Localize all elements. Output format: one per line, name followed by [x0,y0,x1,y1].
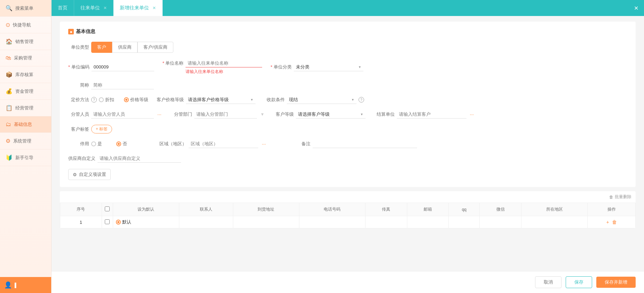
customer-price-level-label: 客户价格等级 [157,97,184,103]
short-name-input[interactable] [91,81,154,89]
disabled-label: 停用 [68,141,89,147]
unit-name-input[interactable] [186,59,262,67]
row-default-radio-label[interactable]: 默认 [116,219,176,225]
batch-delete-icon: 🗑 [609,195,613,200]
sidebar-item-base[interactable]: 🗂 基础信息 [0,116,51,133]
sidebar-item-system[interactable]: ⚙ 系统管理 [0,133,51,149]
add-tag-button[interactable]: + 标签 [91,125,112,133]
disabled-no-option[interactable]: 否 [116,141,137,147]
row-actions-cell: + 🗑 [588,216,636,228]
main-area: 首页 往来单位 ✕ 新增往来单位 ✕ ✕ ■ 基本信息 单位类型 客户 [52,0,644,293]
col-email: 邮箱 [407,203,449,216]
unit-type-both-btn[interactable]: 客户/供应商 [138,42,173,53]
col-default: 设为默认 [113,203,179,216]
row-fax [365,216,407,228]
customer-level-field: 客户等级 请选择客户等级 [273,110,366,119]
tab-new-partner[interactable]: 新增往来单位 ✕ [113,0,163,16]
settlement-unit-label: 结算单位 [374,111,395,117]
pricing-radio-group: 折扣 价格等级 [99,97,148,103]
customer-level-select[interactable]: 请选择客户等级 [296,110,366,119]
payment-terms-select[interactable]: 现结 [287,96,356,104]
region-ellipsis[interactable]: ··· [260,140,267,147]
sidebar-item-stock[interactable]: 📦 库存核算 [0,66,51,83]
row-email [407,216,449,228]
save-button[interactable]: 保存 [566,276,592,288]
col-contact: 联系人 [179,203,233,216]
supplier-custom-input[interactable] [97,154,181,163]
short-name-field: 简称 [68,81,154,89]
col-actions: 操作 [588,203,636,216]
select-all-checkbox[interactable] [105,206,110,211]
table-actions: 🗑 批量删除 [60,191,636,203]
payment-help-icon[interactable]: ? [359,97,364,103]
remark-field: 备注 [290,140,417,148]
sidebar-item-purchase[interactable]: 🛍 采购管理 [0,50,51,66]
unit-category-label: 单位分类 [270,64,292,70]
sidebar-item-operation[interactable]: 📋 经营管理 [0,100,51,116]
supplier-custom-field: 供应商自定义 [68,154,181,163]
sidebar-item-guide[interactable]: 🔰 新手引导 [0,149,51,166]
row-seq: 1 [60,216,102,228]
custom-setting-row: ⚙ 自定义项设置 [68,169,627,180]
unit-name-error: 请输入往来单位名称 [186,69,223,75]
unit-name-field: 单位名称 请输入往来单位名称 [163,59,262,75]
remark-input[interactable] [313,140,417,148]
purchase-icon: 🛍 [6,55,11,61]
system-icon: ⚙ [6,138,10,144]
disabled-yes-radio [91,141,96,146]
unit-code-input[interactable] [92,63,154,71]
sidebar-item-sales[interactable]: 🏠 销售管理 [0,33,51,50]
col-checkbox [102,203,113,216]
unit-type-customer-btn[interactable]: 客户 [91,42,112,53]
unit-code-field: 单位编码 [68,63,154,71]
row-contact [179,216,233,228]
unit-category-select[interactable]: 未分类 [294,63,363,71]
row-default-cell: 默认 [113,216,179,228]
cancel-button[interactable]: 取消 [535,276,561,288]
disabled-radio-group: 是 否 [91,141,137,147]
tab-partners-close[interactable]: ✕ [103,6,107,10]
save-new-button[interactable]: 保存并新增 [596,277,636,288]
customer-price-level-select[interactable]: 请选择客户价格等级 [186,96,256,104]
row-add-button[interactable]: + [606,219,609,225]
pricing-method-field: 定价方法 ? 折扣 价格等级 [68,97,148,103]
row-checkbox[interactable] [105,219,110,224]
custom-setting-button[interactable]: ⚙ 自定义项设置 [68,169,111,180]
department-input[interactable] [194,110,257,119]
sidebar-item-search[interactable]: 🔍 搜索菜单 [0,0,51,17]
row-actions: + 🗑 [590,219,633,225]
manager-input[interactable] [91,110,154,119]
settlement-unit-input[interactable] [397,110,466,119]
manager-field: 分管人员 ··· [68,110,163,119]
supplier-custom-row: 供应商自定义 [68,154,627,163]
pricing-level-option[interactable]: 价格等级 [124,97,148,103]
sidebar-item-quicknav[interactable]: ⊙ 快捷导航 [0,17,51,33]
tab-home[interactable]: 首页 [52,0,74,16]
row-delete-button[interactable]: 🗑 [612,219,617,225]
tab-partners[interactable]: 往来单位 ✕ [74,0,113,16]
manager-row: 分管人员 ··· 分管部门 ▼ 客户等级 请选择客户等级 [68,110,627,119]
department-field: 分管部门 ▼ [171,110,265,119]
customer-price-level-field: 客户价格等级 请选择客户价格等级 [157,96,256,104]
unit-name-label: 单位名称 [163,60,184,66]
sidebar-item-finance[interactable]: 💰 资金管理 [0,83,51,100]
department-label: 分管部门 [171,111,192,117]
customer-price-level-wrapper: 请选择客户价格等级 [186,96,256,104]
unit-type-label: 单位类型 [68,44,89,50]
batch-delete-button[interactable]: 🗑 批量删除 [609,194,631,200]
settlement-ellipsis[interactable]: ··· [469,111,476,118]
disabled-yes-option[interactable]: 是 [91,141,112,147]
region-input[interactable] [189,140,258,148]
customer-level-label: 客户等级 [273,111,294,117]
sidebar-bottom: 👤 ▌ [0,277,51,293]
unit-type-supplier-btn[interactable]: 供应商 [112,42,138,53]
table-row: 1 默认 [60,216,636,228]
window-close-button[interactable]: ✕ [628,5,644,11]
pricing-discount-option[interactable]: 折扣 [99,97,120,103]
pricing-help-icon[interactable]: ? [91,97,97,103]
short-name-label: 简称 [68,82,89,88]
contact-table-section: 🗑 批量删除 序号 设为默认 联系人 到货地址 电话号码 传真 [60,191,636,228]
manager-ellipsis[interactable]: ··· [156,111,163,118]
base-icon: 🗂 [6,121,11,128]
tab-new-partner-close[interactable]: ✕ [152,6,156,10]
